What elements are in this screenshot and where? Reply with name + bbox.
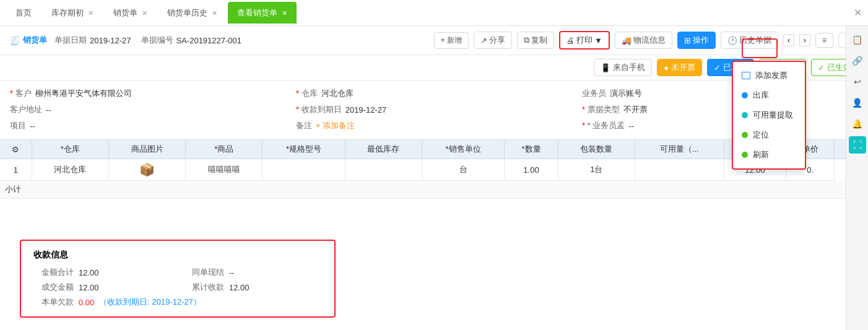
sidebar-icon-bell[interactable]: 🔔 — [849, 115, 866, 132]
logistics-button[interactable]: 🚚 物流信息 — [615, 32, 672, 49]
col-min-stock: 最低库存 — [345, 140, 422, 159]
sidebar-icon-clipboard[interactable]: 📋 — [849, 31, 866, 48]
history-icon: 🕐 — [727, 36, 737, 45]
due-date-value: 2019-12-27 — [345, 105, 387, 115]
outbound-icon — [742, 92, 748, 98]
salesperson-value: 演示账号 — [610, 88, 642, 99]
col-gear[interactable]: ⚙ — [0, 140, 32, 159]
locate-label: 定位 — [753, 129, 769, 141]
tab-sales-history[interactable]: 销货单历史 ✕ — [158, 2, 227, 24]
col-sales-unit: *销售单位 — [422, 140, 504, 159]
refresh-label: 刷新 — [753, 149, 769, 160]
address-label: 客户地址 — [10, 104, 42, 115]
from-phone-button[interactable]: 📱 来自手机 — [594, 59, 652, 76]
available-qty-item[interactable]: 可用量提取 — [733, 105, 805, 125]
history-button[interactable]: 🕐 历史单据 — [721, 32, 778, 49]
from-phone-label: 来自手机 — [613, 62, 645, 73]
doc-date-value: 2019-12-27 — [90, 36, 131, 45]
note-add-button[interactable]: + 添加备注 — [316, 120, 355, 131]
copy-button[interactable]: ⧉ 复制 — [517, 32, 554, 49]
col-warehouse: *仓库 — [32, 140, 108, 159]
col-quantity: *数量 — [505, 140, 558, 159]
cell-warehouse: 河北仓库 — [32, 159, 108, 181]
sidebar-icon-reply[interactable]: ↩ — [849, 73, 866, 90]
doc-meta: 单据日期 2019-12-27 单据编号 SA-20191227-001 — [54, 35, 241, 46]
same-order-label: 同单现结 — [184, 267, 224, 278]
tab-inventory-init[interactable]: 库存期初 ✕ — [42, 2, 103, 24]
doc-number-item: 单据编号 SA-20191227-001 — [141, 35, 242, 46]
refresh-item[interactable]: 刷新 — [733, 145, 805, 165]
col-image: 商品图片 — [109, 140, 186, 159]
project-row: 项目 -- — [10, 120, 286, 131]
tab-home-label: 首页 — [15, 7, 32, 19]
tab-bar-close[interactable]: ✕ — [854, 7, 862, 19]
new-button[interactable]: + 新增 — [434, 32, 469, 49]
print-icon: 🖨 — [566, 36, 575, 45]
next-button[interactable]: › — [799, 34, 810, 46]
outbound-label: 出库 — [753, 90, 769, 101]
arrears-value: 0.00 — [79, 298, 94, 307]
circle-icon: ● — [664, 63, 669, 72]
doc-date-label: 单据日期 — [54, 35, 87, 46]
doc-number-label: 单据编号 — [141, 35, 173, 46]
cell-min-stock — [345, 159, 422, 181]
customer-label: 客户 — [10, 88, 32, 99]
tab-view-sales[interactable]: 查看销货单 ✕ — [228, 2, 297, 24]
transaction-value: 12.00 — [79, 283, 99, 292]
print-button[interactable]: 🖨 打印 ▼ — [559, 31, 610, 50]
effective-icon: ✓ — [818, 63, 825, 72]
check-icon: ✓ — [714, 63, 721, 72]
share-icon: ↗ — [480, 36, 487, 45]
add-invoice-item[interactable]: 添加发票 — [733, 66, 805, 85]
doc-header: 🧾 销货单 单据日期 2019-12-27 单据编号 SA-20191227-0… — [0, 26, 868, 55]
payment-grid: 金额合计 12.00 同单现结 -- 成交金额 12.00 累计收款 12.00… — [33, 267, 322, 308]
cumulative-item: 累计收款 12.00 — [184, 282, 322, 293]
prev-button[interactable]: ‹ — [783, 34, 794, 46]
copy-icon: ⧉ — [524, 35, 529, 45]
refresh-icon — [742, 152, 748, 158]
sales-staff-row: * 业务员孟 -- — [582, 120, 858, 131]
tab-home[interactable]: 首页 — [6, 2, 41, 24]
print-dropdown-icon: ▼ — [594, 36, 602, 45]
amount-total-label: 金额合计 — [33, 267, 74, 278]
cell-quantity: 1.00 — [505, 159, 558, 181]
share-button[interactable]: ↗ 分享 — [474, 32, 512, 49]
operations-dropdown: 添加发票 出库 可用量提取 定位 刷新 — [732, 61, 806, 170]
same-order-item: 同单现结 -- — [184, 267, 322, 278]
history-label: 历史单据 — [739, 35, 771, 46]
customer-value: 柳州粤港平安气体有限公司 — [35, 88, 132, 99]
operations-button[interactable]: ⊞ 操作 — [677, 32, 716, 49]
arrears-label: 本单欠款 — [33, 297, 74, 308]
tab-sales-order[interactable]: 销货单 ✕ — [104, 2, 157, 24]
doc-title-text: 销货单 — [23, 35, 47, 46]
sidebar-icon-user[interactable]: 👤 — [849, 94, 866, 111]
arrears-item: 本单欠款 0.00 （收款到期日: 2019-12-27） — [33, 297, 322, 308]
transaction-label: 成交金额 — [33, 282, 74, 293]
cumulative-value: 12.00 — [229, 283, 250, 292]
available-qty-label: 可用量提取 — [753, 110, 793, 121]
cell-pack-qty: 1台 — [558, 159, 635, 181]
project-value: -- — [30, 121, 35, 131]
tab-sales-order-close[interactable]: ✕ — [142, 9, 147, 17]
doc-number-value: SA-20191227-001 — [176, 36, 242, 45]
cell-sales-unit: 台 — [422, 159, 504, 181]
cell-product: 嘻嘻嘻嘻 — [186, 159, 263, 181]
not-open-button[interactable]: ● 未开票 — [657, 59, 702, 76]
same-order-value: -- — [229, 268, 235, 277]
cell-available — [635, 159, 724, 181]
list-view-button[interactable]: ≡ — [815, 33, 833, 48]
sales-staff-label: * 业务员孟 — [582, 120, 625, 131]
locate-item[interactable]: 定位 — [733, 125, 805, 145]
truck-icon: 🚚 — [622, 36, 631, 45]
sidebar-icon-expand[interactable]: ⛶ — [849, 136, 866, 154]
cell-image: 📦 — [109, 159, 186, 181]
tab-sales-history-close[interactable]: ✕ — [212, 9, 217, 17]
doc-date-item: 单据日期 2019-12-27 — [54, 35, 131, 46]
tab-view-sales-close[interactable]: ✕ — [282, 9, 287, 17]
ticket-type-row: 票据类型 不开票 — [582, 104, 858, 115]
cumulative-label: 累计收款 — [184, 282, 224, 293]
tab-inventory-init-close[interactable]: ✕ — [88, 9, 93, 17]
right-sidebar: 📋 🔗 ↩ 👤 🔔 ⛶ — [846, 26, 868, 330]
outbound-item[interactable]: 出库 — [733, 85, 805, 105]
sidebar-icon-link[interactable]: 🔗 — [849, 52, 866, 69]
